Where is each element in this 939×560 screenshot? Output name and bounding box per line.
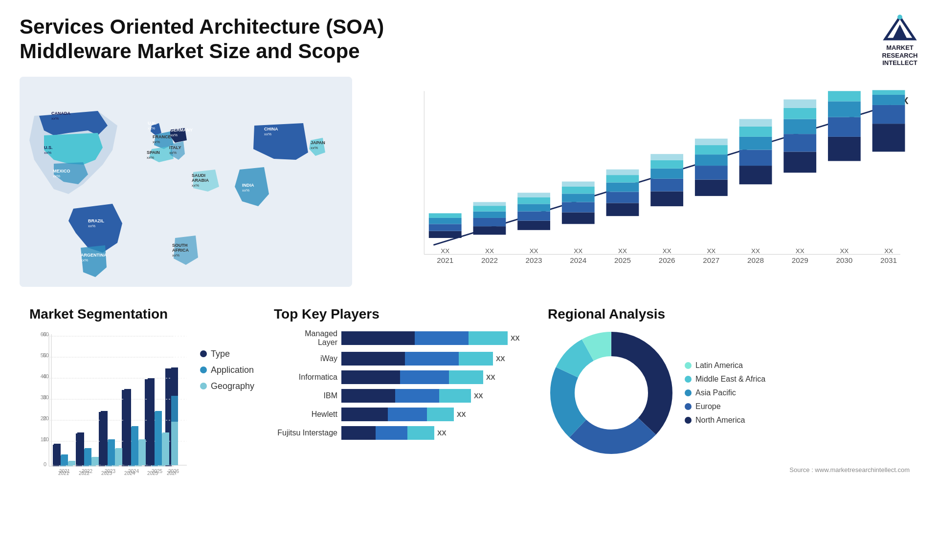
donut-chart-wrap [548, 329, 675, 456]
key-players-section: Top Key Players ManagedLayer XX [264, 302, 538, 536]
svg-point-197 [580, 361, 643, 425]
logo-icon [880, 15, 919, 44]
svg-text:ARABIA: ARABIA [192, 178, 209, 183]
svg-rect-46 [473, 226, 506, 235]
svg-text:ARGENTINA: ARGENTINA [81, 253, 107, 258]
application-label: Application [211, 365, 254, 375]
player-row-fujitsu: Fujitsu Interstage XX [274, 426, 528, 440]
svg-rect-55 [517, 197, 550, 204]
key-players-title: Top Key Players [274, 306, 528, 322]
svg-rect-61 [562, 187, 595, 194]
svg-rect-190 [171, 422, 178, 465]
svg-text:SOUTH: SOUTH [172, 243, 188, 248]
svg-text:2025: 2025 [614, 256, 631, 264]
svg-text:XX: XX [574, 247, 582, 255]
seg-chart-clean: 60 50 40 30 20 10 [29, 329, 191, 486]
svg-text:BRAZIL: BRAZIL [88, 218, 104, 223]
player-val: XX [486, 373, 495, 381]
regional-legend: Latin America Middle East & Africa Asia … [685, 361, 765, 425]
page-title: Services Oriented Architecture (SOA) Mid… [20, 15, 460, 64]
svg-text:SAUDI: SAUDI [192, 173, 205, 178]
latin-america-label: Latin America [695, 361, 743, 370]
svg-text:XX: XX [530, 247, 538, 255]
svg-text:10: 10 [43, 436, 49, 442]
svg-text:50: 50 [43, 352, 49, 358]
bar-2027: XX [695, 138, 728, 255]
bar-mid [400, 370, 449, 384]
svg-text:U.K.: U.K. [148, 121, 156, 126]
player-name: ManagedLayer [274, 329, 337, 347]
svg-rect-52 [517, 220, 550, 230]
svg-rect-54 [517, 204, 550, 211]
svg-rect-178 [115, 448, 122, 465]
svg-text:xx%: xx% [192, 183, 199, 188]
bar-light [427, 408, 454, 421]
svg-rect-56 [517, 193, 550, 197]
svg-rect-94 [828, 137, 861, 161]
player-bar [341, 352, 493, 366]
svg-rect-73 [650, 160, 683, 168]
svg-rect-58 [562, 212, 595, 224]
svg-text:xx%: xx% [311, 146, 318, 150]
svg-text:xx%: xx% [264, 132, 271, 136]
bar-2030: XX [828, 91, 861, 255]
legend-latin-america: Latin America [685, 361, 765, 370]
bar-2024: XX [562, 181, 595, 255]
bar-2021: XX [429, 213, 462, 255]
svg-rect-96 [828, 101, 861, 117]
svg-text:xx%: xx% [153, 140, 160, 144]
title-block: Services Oriented Architecture (SOA) Mid… [20, 15, 460, 64]
svg-rect-44 [429, 213, 462, 218]
player-row-hewlett: Hewlett XX [274, 408, 528, 421]
svg-rect-78 [695, 154, 728, 166]
svg-text:MEXICO: MEXICO [53, 169, 70, 173]
bar-2031: XX [872, 90, 905, 255]
svg-text:xx%: xx% [44, 151, 51, 155]
svg-rect-180 [124, 389, 131, 465]
legend-europe: Europe [685, 402, 765, 411]
player-bar [341, 331, 508, 345]
player-row-iway: iWay XX [274, 352, 528, 366]
legend-middle-east: Middle East & Africa [685, 375, 765, 384]
svg-rect-176 [101, 411, 108, 465]
svg-text:ITALY: ITALY [169, 145, 181, 150]
svg-text:GERMANY: GERMANY [170, 128, 193, 132]
bar-dark [341, 389, 395, 403]
svg-text:JAPAN: JAPAN [311, 140, 325, 145]
player-bars-container: ManagedLayer XX iWay [274, 329, 528, 440]
svg-rect-53 [517, 211, 550, 220]
svg-text:2030: 2030 [836, 256, 852, 264]
svg-rect-95 [828, 117, 861, 137]
svg-text:2023: 2023 [105, 469, 116, 474]
legend-type: Type [200, 349, 254, 359]
regional-title: Regional Analysis [548, 306, 910, 322]
geography-label: Geography [211, 381, 254, 391]
svg-rect-85 [739, 127, 772, 137]
svg-text:2024: 2024 [128, 469, 139, 474]
svg-text:2027: 2027 [703, 256, 719, 264]
svg-rect-42 [429, 224, 462, 231]
svg-text:2029: 2029 [792, 256, 808, 264]
svg-rect-49 [473, 206, 506, 211]
svg-text:XX: XX [441, 247, 449, 255]
svg-rect-99 [872, 124, 905, 151]
bar-light [449, 370, 483, 384]
svg-rect-100 [872, 105, 905, 124]
segmentation-legend: Type Application Geography [200, 329, 254, 391]
geography-dot [200, 383, 207, 389]
svg-rect-43 [429, 218, 462, 224]
svg-rect-182 [139, 439, 146, 465]
bar-mid [415, 331, 469, 345]
svg-rect-169 [61, 454, 68, 465]
svg-rect-173 [85, 448, 91, 465]
header: Services Oriented Architecture (SOA) Mid… [20, 15, 919, 67]
player-bar [341, 408, 454, 421]
bar-light [459, 352, 493, 366]
svg-rect-41 [429, 231, 462, 237]
svg-rect-65 [606, 192, 639, 203]
svg-rect-172 [77, 432, 84, 465]
bar-2026: XX [650, 154, 683, 255]
legend-asia-pacific: Asia Pacific [685, 388, 765, 397]
svg-rect-76 [695, 179, 728, 195]
svg-rect-74 [650, 154, 683, 160]
